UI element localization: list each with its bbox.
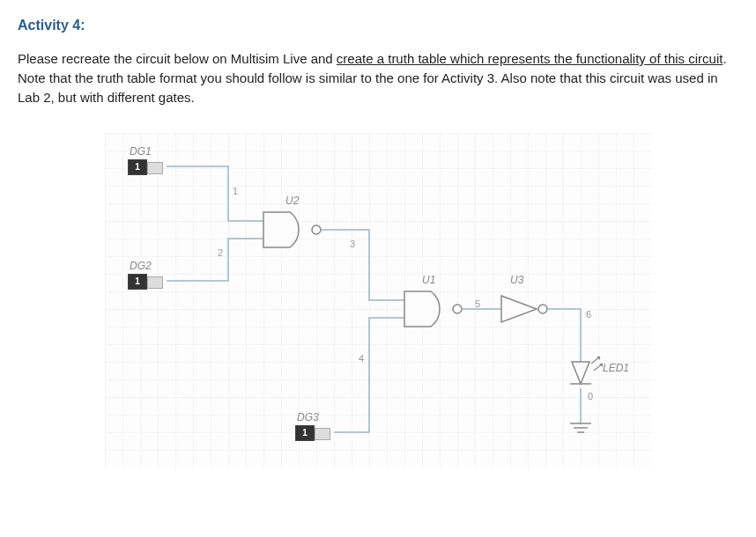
net-3: 3 (350, 239, 355, 249)
label-u1: U1 (422, 274, 435, 286)
net-4: 4 (359, 353, 364, 364)
instructions-pre: Please recreate the circuit below on Mul… (18, 51, 337, 66)
svg-point-2 (453, 305, 462, 313)
label-dg3: DG3 (297, 411, 319, 423)
instructions-underlined: create a truth table which represents th… (337, 51, 723, 66)
switch-dg2-toggle[interactable] (147, 276, 163, 289)
switch-dg1[interactable]: 1 (128, 159, 167, 175)
gate-u1 (404, 291, 466, 327)
label-dg2: DG2 (130, 260, 152, 272)
net-5: 5 (475, 298, 480, 309)
switch-dg2-value: 1 (128, 274, 147, 290)
gate-u3 (501, 296, 554, 322)
activity-heading: Activity 4: (18, 18, 738, 33)
gate-u2 (263, 212, 325, 247)
label-led1: LED1 (603, 362, 629, 374)
net-6: 6 (586, 309, 591, 320)
switch-dg3-toggle[interactable] (315, 428, 330, 440)
circuit-svg (105, 133, 651, 467)
circuit-diagram: DG1 1 DG2 1 DG3 1 U2 U1 U3 LED1 1 2 3 4 … (105, 133, 651, 467)
switch-dg2[interactable]: 1 (128, 274, 167, 290)
led-symbol (570, 357, 603, 384)
net-1: 1 (233, 186, 238, 196)
label-dg1: DG1 (130, 145, 152, 158)
ground-symbol (570, 423, 591, 432)
svg-point-4 (538, 305, 547, 313)
switch-dg3-value: 1 (295, 425, 315, 441)
label-u3: U3 (510, 274, 523, 286)
net-2: 2 (218, 247, 223, 258)
switch-dg1-value: 1 (128, 159, 147, 175)
label-u2: U2 (285, 195, 299, 207)
net-0: 0 (588, 391, 593, 401)
switch-dg3[interactable]: 1 (295, 425, 334, 441)
switch-dg1-toggle[interactable] (147, 162, 163, 174)
instructions-text: Please recreate the circuit below on Mul… (18, 49, 738, 107)
svg-point-0 (312, 225, 321, 234)
